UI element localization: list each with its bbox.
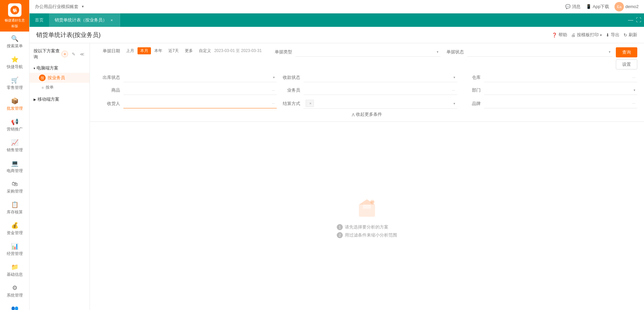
payment-method-field[interactable]: × ▾ [304, 98, 457, 109]
sidebar-item-marketing[interactable]: 📢 营销推广 [0, 115, 29, 136]
date-shortcut-7days[interactable]: 近7天 [166, 47, 181, 54]
print-label: 按模板打印 [577, 32, 599, 38]
empty-tip-1-text: 请先选择要分析的方案 [345, 224, 388, 230]
brand-label: 品牌 [457, 101, 484, 107]
shopping-icon: 🛍 [12, 180, 18, 188]
sidebar-item-collab[interactable]: 👥 企业协同 [0, 302, 29, 310]
date-shortcut-lastmonth[interactable]: 上月 [123, 47, 137, 54]
page-title: 销货单统计表(按业务员) [36, 31, 552, 39]
computer-icon: 💻 [11, 160, 18, 167]
receiver-label: 收货人 [97, 101, 123, 107]
star-icon: ⭐ [11, 56, 18, 63]
department-field[interactable]: ▾ [484, 86, 637, 95]
tab-home[interactable]: 首页 [30, 13, 49, 27]
date-shortcut-more[interactable]: 更多 [182, 47, 196, 54]
plan-add-icon[interactable]: ＋ [61, 51, 68, 57]
tab-minimize-icon[interactable]: — [628, 17, 633, 23]
brand-field[interactable]: ··· [484, 99, 637, 108]
sidebar-item-finance-label: 资金管理 [7, 230, 23, 236]
box-icon: 📦 [11, 97, 18, 105]
plan-item-salesman-icon: 按 [39, 74, 46, 81]
warehouse-field[interactable]: ··· [484, 73, 637, 82]
refresh-icon: ↻ [624, 33, 627, 38]
export-button[interactable]: ⬇ 导出 [606, 32, 620, 38]
order-status-field[interactable]: ▾ [467, 47, 612, 57]
date-range-display: 2023-03-01 至 2023-03-31 [214, 48, 262, 54]
tab-maximize-icon[interactable]: ⛶ [636, 17, 641, 23]
sidebar-item-inventory[interactable]: 📋 库存核算 [0, 198, 29, 218]
help-button[interactable]: ❓ 帮助 [552, 32, 567, 38]
order-status-dropdown-icon: ▾ [609, 50, 610, 54]
plan-sub-item-by-order[interactable]: ≡ 按单 [30, 83, 90, 92]
warehouse-more-icon: ··· [632, 75, 635, 80]
tab-sales-stat[interactable]: 销货单统计表（按业务员） × [49, 13, 120, 27]
sidebar-item-base-label: 基础信息 [7, 272, 23, 277]
plan-edit-icon[interactable]: ✎ [70, 51, 77, 57]
pay-status-field[interactable]: ▾ [304, 73, 457, 82]
date-shortcut-thisyear[interactable]: 本年 [152, 47, 165, 54]
sidebar-item-search[interactable]: 🔍 搜索菜单 [0, 32, 29, 52]
sidebar-item-quicknav-label: 快捷导航 [7, 64, 23, 70]
collapse-label: 收起更多条件 [356, 111, 382, 117]
sidebar-item-wholesale[interactable]: 📦 批发管理 [0, 94, 29, 115]
sidebar-item-business[interactable]: 📊 经营管理 [0, 239, 29, 260]
sidebar-item-finance[interactable]: 💰 资金管理 [0, 218, 29, 239]
sidebar-item-system[interactable]: ⚙ 系统管理 [0, 281, 29, 302]
sidebar-item-quicknav[interactable]: ⭐ 快捷导航 [0, 52, 29, 73]
receiver-field[interactable]: ··· [123, 99, 277, 108]
settings-button[interactable]: 设置 [616, 59, 637, 69]
print-button[interactable]: 🖨 按模板打印 ▾ [571, 32, 602, 38]
sidebar-item-ecommerce[interactable]: 💻 电商管理 [0, 156, 29, 177]
refresh-label: 刷新 [629, 32, 637, 38]
date-shortcut-custom[interactable]: 自定义 [196, 47, 214, 54]
message-button[interactable]: 💬 消息 [565, 4, 581, 10]
sidebar-item-inventory-label: 库存核算 [7, 209, 23, 215]
industry-dropdown[interactable]: ▾ [82, 4, 84, 9]
sidebar-nav: 🔍 搜索菜单 ⭐ 快捷导航 🛒 零售管理 📦 批发管理 📢 营销推广 📈 销售管… [0, 32, 29, 310]
main-area: 办公用品行业模拟账套 ▾ 💬 消息 📱 App下载 Ea demo2 首页 [30, 0, 644, 310]
sidebar-item-sales[interactable]: 📈 销售管理 [0, 136, 29, 156]
goods-field[interactable]: ··· [123, 86, 277, 95]
payment-tag: × [306, 100, 314, 107]
content-area: 销货单统计表(按业务员) ❓ 帮助 🖨 按模板打印 ▾ ⬇ 导出 ↻ 刷新 [30, 27, 644, 310]
filter-panel: 单据日期 上月 本月 本年 近7天 更多 自定义 2023-03-01 至 20… [90, 43, 644, 122]
help-label: 帮助 [558, 32, 567, 38]
receiver-more-icon: ··· [272, 101, 275, 105]
sidebar-item-retail[interactable]: 🛒 零售管理 [0, 73, 29, 94]
salesman-field[interactable]: ··· [304, 86, 457, 95]
plan-sidebar: 按以下方案查询 ＋ ✎ ≪ ▾ 电脑端方案 按 按业务员 [30, 43, 90, 310]
payment-dropdown-icon: ▾ [453, 102, 455, 105]
sidebar-item-base[interactable]: 📁 基础信息 [0, 260, 29, 281]
money-icon: 💰 [11, 222, 18, 229]
plan-collapse-icon[interactable]: ≪ [79, 51, 86, 57]
user-area[interactable]: Ea demo2 [614, 2, 639, 11]
sidebar-item-marketing-label: 营销推广 [7, 126, 23, 132]
goods-label: 商品 [97, 87, 123, 93]
query-button[interactable]: 查询 [616, 47, 637, 57]
tab-close-icon[interactable]: × [109, 17, 114, 23]
date-shortcut-thismonth[interactable]: 本月 [138, 47, 151, 54]
plan-section-pc-title[interactable]: ▾ 电脑端方案 [30, 63, 90, 73]
salesman-more-icon: ··· [452, 88, 455, 92]
app-download-button[interactable]: 📱 App下载 [586, 4, 609, 10]
logo-text: 畅捷通好生意 [5, 18, 25, 22]
date-label: 单据日期 [97, 48, 123, 54]
plan-section-mobile-title[interactable]: ▶ 移动端方案 [30, 95, 90, 104]
logo-subtitle: 标版 [11, 24, 18, 28]
sidebar-item-purchase[interactable]: 🛍 采购管理 [0, 177, 29, 198]
sidebar-item-wholesale-label: 批发管理 [7, 106, 23, 111]
export-icon: ⬇ [606, 33, 609, 38]
refresh-button[interactable]: ↻ 刷新 [624, 32, 637, 38]
plan-item-by-salesman[interactable]: 按 按业务员 [30, 73, 90, 83]
avatar-text: Ea [617, 5, 622, 9]
pay-status-dropdown-icon: ▾ [453, 75, 455, 79]
people-icon: 👥 [11, 305, 18, 310]
chevron-down-icon: ▾ [82, 4, 84, 9]
out-status-field[interactable]: ▾ [123, 73, 277, 82]
collapse-icon: ⋀ [352, 113, 355, 116]
megaphone-icon: 📢 [11, 118, 18, 125]
payment-tag-close[interactable]: × [309, 101, 311, 105]
warehouse-label: 仓库 [457, 74, 484, 81]
collapse-button[interactable]: ⋀ 收起更多条件 [352, 111, 382, 117]
order-type-field[interactable]: ▾ [296, 47, 441, 57]
